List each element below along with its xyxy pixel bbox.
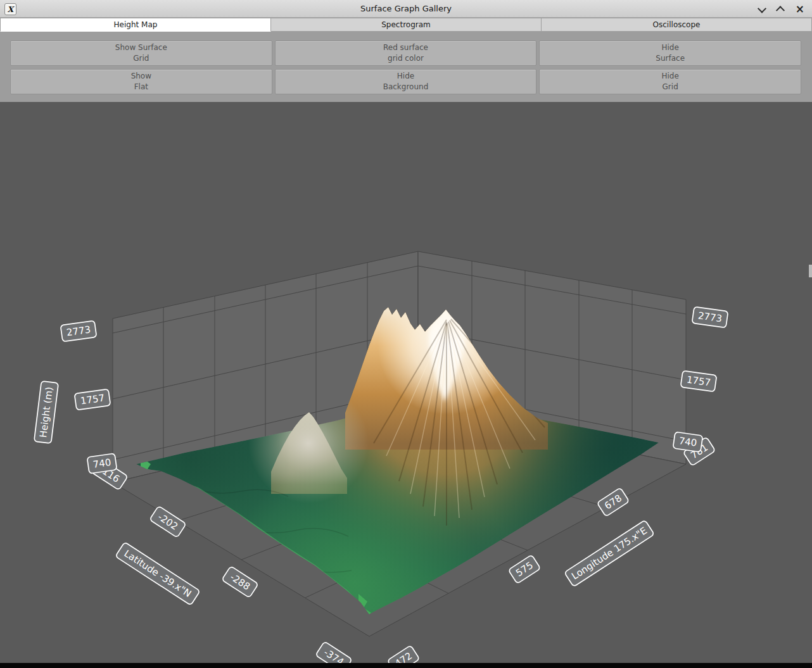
height-tick-label: 2773 [60, 320, 96, 341]
latitude-tick-label: -374 [315, 641, 352, 663]
svg-text:Latitude -39.x"N: Latitude -39.x"N [122, 548, 194, 600]
surface-plot-viewport[interactable]: -116 -202 -288 -374 Latitude -39.x"N 781… [0, 102, 812, 663]
surface-3d-scene: -116 -202 -288 -374 Latitude -39.x"N 781… [0, 102, 812, 663]
window-bottom-border [0, 663, 812, 668]
tab-height-map[interactable]: Height Map [0, 18, 271, 32]
control-button-panel: Show SurfaceGrid Red surfacegrid color H… [0, 32, 812, 102]
height-tick-label: 740 [87, 453, 117, 474]
longitude-tick-label: 575 [508, 555, 540, 584]
window-border-notch [809, 265, 812, 277]
tab-oscilloscope[interactable]: Oscilloscope [542, 18, 812, 32]
height-tick-label: 740 [673, 432, 702, 452]
hide-surface-button[interactable]: HideSurface [539, 41, 801, 66]
tab-spectrogram[interactable]: Spectrogram [271, 18, 542, 32]
window-maximize-button[interactable] [777, 3, 783, 15]
chevron-down-icon [758, 4, 766, 13]
latitude-tick-label: -288 [222, 566, 258, 598]
chevron-up-icon [776, 6, 785, 15]
height-axis-title-label: Height (m) [34, 381, 58, 444]
app-icon: X [4, 3, 16, 15]
window-close-button[interactable]: × [796, 4, 804, 15]
window-title: Surface Graph Gallery [0, 4, 812, 13]
hide-grid-button[interactable]: HideGrid [539, 69, 801, 94]
height-tick-label: 1757 [74, 389, 110, 410]
titlebar[interactable]: X Surface Graph Gallery × [0, 0, 812, 18]
tab-bar: Height Map Spectrogram Oscilloscope [0, 18, 812, 32]
latitude-axis-title-label: Latitude -39.x"N [115, 542, 200, 605]
window-shade-button[interactable] [759, 3, 765, 15]
longitude-tick-label: 472 [387, 645, 419, 663]
svg-text:Longitude 175.x"E: Longitude 175.x"E [569, 525, 649, 582]
longitude-axis-title-label: Longitude 175.x"E [564, 520, 654, 586]
height-tick-label: 2773 [692, 306, 728, 327]
window-controls: × [759, 0, 804, 18]
red-surface-grid-color-button[interactable]: Red surfacegrid color [275, 41, 537, 66]
app-window: X Surface Graph Gallery × Height Map Spe… [0, 0, 812, 668]
show-flat-button[interactable]: ShowFlat [10, 69, 272, 94]
show-surface-grid-button[interactable]: Show SurfaceGrid [10, 41, 272, 66]
hide-background-button[interactable]: HideBackground [275, 69, 537, 94]
